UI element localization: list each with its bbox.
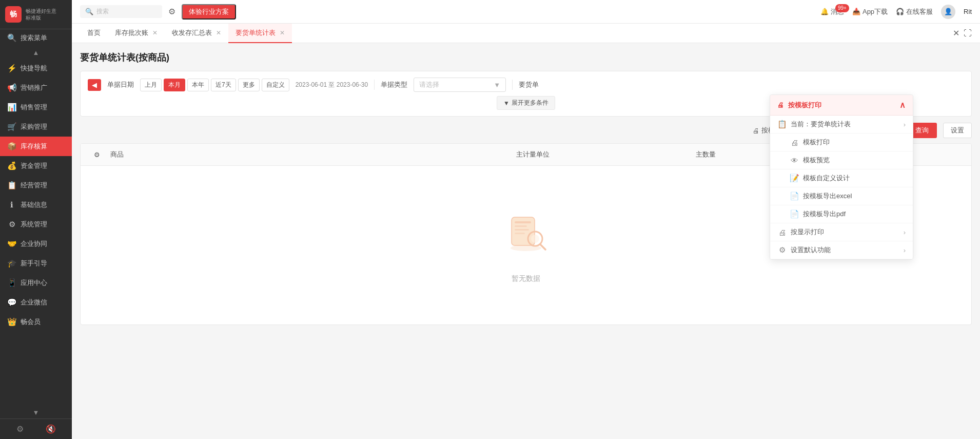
dropdown-display-print[interactable]: 🖨 按显示打印 ›	[770, 223, 913, 241]
enterprise-icon: 🤝	[7, 239, 16, 249]
dropdown-template-design[interactable]: 📝 模板自定义设计	[770, 169, 913, 187]
tab-inventory-batch[interactable]: 库存批次账 ✕	[108, 24, 165, 43]
dropdown-template-preview[interactable]: 👁 模板预览	[770, 151, 913, 169]
sidebar-item-purchase[interactable]: 🛒 采购管理	[0, 117, 72, 137]
sidebar-item-apps[interactable]: 📱 应用中心	[0, 273, 72, 293]
dropdown-export-excel[interactable]: 📄 按模板导出excel	[770, 187, 913, 205]
tabbar-close-all-icon[interactable]: ✕	[953, 28, 959, 38]
date-btn-this-month[interactable]: 本月	[164, 79, 185, 91]
filter-row: ◀ 单据日期 上月 本月 本年 近7天 更多 自定义 2023-06-01 至 …	[88, 78, 964, 92]
sidebar-item-enterprise[interactable]: 🤝 企业协同	[0, 234, 72, 254]
sidebar-item-marketing[interactable]: 📢 营销推广	[0, 78, 72, 98]
col-qty: 主数量	[619, 148, 792, 161]
tab-close-inventory-batch[interactable]: ✕	[152, 29, 158, 36]
sidebar-item-member[interactable]: 👑 畅会员	[0, 312, 72, 332]
search-icon-top: 🔍	[85, 8, 93, 15]
finance-icon: 💰	[7, 161, 16, 170]
dropdown-close-btn[interactable]: ∧	[899, 100, 906, 110]
current-template-icon: 📋	[777, 120, 787, 129]
download-icon: 📥	[852, 8, 860, 15]
logo-icon: 畅	[5, 6, 22, 23]
search-icon: 🔍	[7, 33, 16, 43]
sidebar-search[interactable]: 🔍 搜索菜单	[0, 29, 72, 47]
empty-illustration	[500, 207, 552, 268]
sidebar-item-sales[interactable]: 📊 销售管理	[0, 98, 72, 117]
tab-requisition-stats[interactable]: 要货单统计表 ✕	[228, 24, 292, 43]
sidebar-item-operation[interactable]: 📋 经营管理	[0, 176, 72, 195]
apps-icon: 📱	[7, 278, 16, 288]
filter-divider	[374, 80, 375, 90]
mute-icon[interactable]: 🔇	[46, 424, 56, 434]
basic-icon: ℹ	[7, 200, 16, 209]
svg-line-7	[540, 244, 545, 250]
col-unit: 主计量单位	[447, 148, 620, 161]
filter-divider-2	[512, 80, 513, 90]
date-btn-more[interactable]: 更多	[238, 79, 260, 91]
user-name[interactable]: Rit	[964, 8, 972, 15]
topbar-right: 🔔 消息 99+ 📥 App下载 🎧 在线客服 👤 Rit	[820, 5, 972, 19]
dropdown-title-area: 🖨 按模板打印	[777, 101, 821, 110]
date-btn-custom[interactable]: 自定义	[262, 79, 289, 91]
col-settings[interactable]: ⚙	[87, 149, 107, 161]
sidebar-item-inventory[interactable]: 📦 库存核算	[0, 137, 72, 156]
template-design-icon: 📝	[790, 174, 799, 183]
settings-bottom-icon[interactable]: ⚙	[16, 424, 24, 434]
sidebar-item-guide[interactable]: 🎓 新手引导	[0, 254, 72, 273]
member-icon: 👑	[7, 317, 16, 327]
logo-text: 畅捷通好生意 标准版	[26, 8, 56, 21]
date-btn-this-year[interactable]: 本年	[187, 79, 209, 91]
marketing-icon: 📢	[7, 83, 16, 92]
sidebar-item-quicknav[interactable]: ⚡ 快捷导航	[0, 59, 72, 78]
dropdown-template-print[interactable]: 🖨 模板打印	[770, 133, 913, 151]
scroll-up-btn[interactable]: ▲	[0, 47, 72, 59]
dropdown-current[interactable]: 📋 当前：要货单统计表 ›	[770, 116, 913, 133]
sidebar-item-basic[interactable]: ℹ 基础信息	[0, 195, 72, 215]
chevron-down-icon: ▼	[494, 81, 500, 89]
svg-rect-4	[515, 229, 529, 231]
tabbar-expand-icon[interactable]: ⛶	[964, 29, 972, 38]
app-download-btn[interactable]: 📥 App下载	[852, 7, 888, 16]
tab-close-requisition-stats[interactable]: ✕	[280, 29, 285, 36]
sidebar-item-wechat[interactable]: 💬 企业微信	[0, 293, 72, 312]
scroll-down-btn[interactable]: ▼	[0, 407, 72, 418]
filter-collapse-btn[interactable]: ◀	[88, 79, 101, 91]
date-label: 单据日期	[107, 80, 134, 89]
chevron-right-icon: ›	[904, 121, 906, 128]
gear-icon-top[interactable]: ⚙	[168, 7, 175, 16]
headset-icon: 🎧	[896, 8, 904, 15]
date-btn-last-month[interactable]: 上月	[140, 79, 162, 91]
promo-button[interactable]: 体验行业方案	[182, 4, 236, 20]
sidebar-item-finance[interactable]: 💰 资金管理	[0, 156, 72, 176]
dropdown-set-default[interactable]: ⚙ 设置默认功能 ›	[770, 241, 913, 259]
type-select-label: 请选择	[419, 80, 491, 89]
guide-icon: 🎓	[7, 259, 16, 268]
operation-icon: 📋	[7, 181, 16, 190]
bell-icon: 🔔	[820, 8, 829, 15]
topbar-search-box[interactable]: 🔍 搜索	[80, 5, 162, 18]
chevron-right-icon-2: ›	[904, 228, 906, 236]
tab-receipt-summary[interactable]: 收发存汇总表 ✕	[165, 24, 228, 43]
tab-close-receipt-summary[interactable]: ✕	[216, 29, 221, 36]
export-pdf-icon: 📄	[790, 209, 799, 219]
expand-more-btn[interactable]: ▼ 展开更多条件	[497, 96, 555, 110]
sidebar-item-system[interactable]: ⚙ 系统管理	[0, 215, 72, 234]
avatar[interactable]: 👤	[941, 5, 955, 19]
svg-rect-3	[515, 225, 527, 227]
notification-btn[interactable]: 🔔 消息 99+	[820, 7, 844, 16]
purchase-icon: 🛒	[7, 122, 16, 131]
type-select[interactable]: 请选择 ▼	[414, 78, 506, 92]
type-label: 单据类型	[381, 80, 407, 89]
dropdown-header: 🖨 按模板打印 ∧	[770, 95, 913, 116]
tab-home[interactable]: 首页	[80, 24, 108, 43]
svg-point-8	[531, 235, 539, 243]
settings-button[interactable]: 设置	[943, 123, 972, 138]
avatar-icon: 👤	[944, 8, 952, 15]
sidebar-bottom: ⚙ 🔇	[0, 418, 72, 439]
dropdown-title: 按模板打印	[788, 101, 821, 110]
main-area: 🔍 搜索 ⚙ 体验行业方案 🔔 消息 99+ 📥 App下载 🎧 在线客服 👤 …	[72, 0, 980, 439]
online-service-btn[interactable]: 🎧 在线客服	[896, 7, 933, 16]
dropdown-export-pdf[interactable]: 📄 按模板导出pdf	[770, 205, 913, 223]
inventory-icon: 📦	[7, 142, 16, 151]
date-btn-7days[interactable]: 近7天	[211, 79, 236, 91]
tabbar: 首页 库存批次账 ✕ 收发存汇总表 ✕ 要货单统计表 ✕ ✕ ⛶	[72, 24, 980, 43]
